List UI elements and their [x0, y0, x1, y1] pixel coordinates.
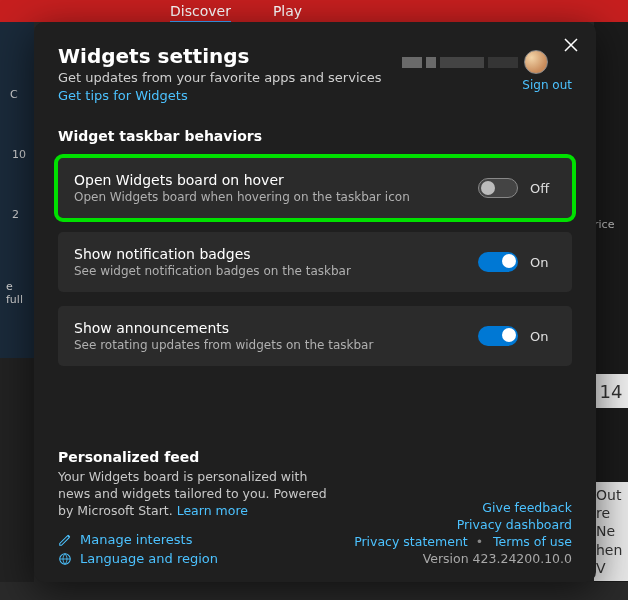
pencil-icon	[58, 533, 72, 547]
section-heading-behaviors: Widget taskbar behaviors	[58, 128, 572, 144]
close-button[interactable]	[558, 32, 584, 58]
terms-of-use-link[interactable]: Terms of use	[493, 534, 572, 549]
privacy-statement-link[interactable]: Privacy statement	[354, 534, 468, 549]
footer-links: Give feedback Privacy dashboard Privacy …	[352, 498, 572, 566]
version-label: Version 423.24200.10.0	[352, 551, 572, 566]
personalized-feed-heading: Personalized feed	[58, 449, 332, 465]
option-title: Show notification badges	[74, 246, 478, 262]
learn-more-link[interactable]: Learn more	[177, 503, 248, 518]
bg-tab-discover[interactable]: Discover	[170, 3, 231, 24]
option-open-on-hover: Open Widgets board on hover Open Widgets…	[58, 158, 572, 218]
account-name-placeholder	[402, 57, 518, 68]
toggle-open-on-hover[interactable]	[478, 178, 518, 198]
option-title: Open Widgets board on hover	[74, 172, 478, 188]
close-icon	[564, 38, 578, 52]
option-desc: See rotating updates from widgets on the…	[74, 338, 478, 352]
option-title: Show announcements	[74, 320, 478, 336]
sign-out-link[interactable]: Sign out	[522, 78, 572, 92]
avatar[interactable]	[524, 50, 548, 74]
page-title: Widgets settings	[58, 44, 402, 68]
globe-icon	[58, 552, 72, 566]
option-desc: See widget notification badges on the ta…	[74, 264, 478, 278]
page-subtitle: Get updates from your favorite apps and …	[58, 70, 402, 85]
language-region-link[interactable]: Language and region	[58, 551, 332, 566]
account-area	[402, 50, 548, 74]
option-desc: Open Widgets board when hovering on the …	[74, 190, 478, 204]
bg-right-strip: rice 14 Out re Ne hen V	[594, 22, 628, 582]
toggle-announcements[interactable]	[478, 326, 518, 346]
personalized-feed-desc: Your Widgets board is personalized with …	[58, 469, 332, 520]
bg-tabs: Discover Play	[170, 3, 302, 24]
option-notification-badges: Show notification badges See widget noti…	[58, 232, 572, 292]
bg-tab-play[interactable]: Play	[273, 3, 302, 24]
toggle-state-label: On	[530, 255, 556, 270]
toggle-state-label: Off	[530, 181, 556, 196]
give-feedback-link[interactable]: Give feedback	[482, 500, 572, 515]
widgets-settings-modal: Widgets settings Get updates from your f…	[34, 22, 596, 582]
option-announcements: Show announcements See rotating updates …	[58, 306, 572, 366]
manage-interests-link[interactable]: Manage interests	[58, 532, 332, 547]
toggle-notification-badges[interactable]	[478, 252, 518, 272]
privacy-dashboard-link[interactable]: Privacy dashboard	[457, 517, 572, 532]
bg-left-strip: C 10 2 e full	[0, 22, 34, 582]
tips-link[interactable]: Get tips for Widgets	[58, 88, 188, 103]
toggle-state-label: On	[530, 329, 556, 344]
